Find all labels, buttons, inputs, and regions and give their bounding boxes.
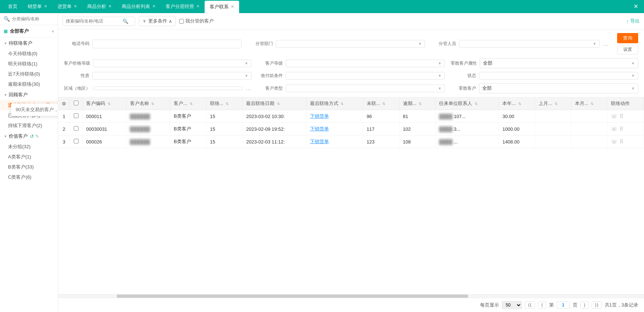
last-method-link[interactable]: 下销货单 — [310, 113, 329, 119]
this-year-sort-icon[interactable]: ⇅ — [518, 102, 521, 106]
row-last-method[interactable]: 下销货单 — [306, 135, 363, 148]
row-checkbox-cell[interactable] — [70, 123, 82, 135]
refresh-icon[interactable]: ↺ — [30, 134, 34, 139]
checkbox-col-header[interactable] — [70, 97, 82, 110]
action-icons: ☏ ⠿ — [611, 113, 640, 119]
row-last-method[interactable]: 下销货单 — [306, 110, 363, 123]
select-all-checkbox[interactable] — [74, 101, 79, 105]
row-last-date: 2023-02-03 11:12: — [242, 135, 306, 148]
status-select[interactable]: ▼ — [479, 72, 638, 80]
tab-analysis-list-close[interactable]: ✕ — [152, 4, 156, 9]
query-btn[interactable]: 查询 — [617, 33, 638, 43]
no-contact-sort-icon[interactable]: ⇅ — [382, 102, 385, 106]
retail-customer-select[interactable]: 全部 ▼ — [479, 83, 638, 93]
price-level-select[interactable]: ▼ — [93, 60, 251, 67]
row-type: B类客户 — [170, 123, 206, 135]
sidebar-item-class-c[interactable]: C类客户(6) — [0, 172, 58, 182]
tab-purchase-close[interactable]: ✕ — [74, 4, 77, 9]
next-page-btn[interactable]: ⟩ — [580, 301, 589, 309]
edit-icon[interactable]: ✎ — [35, 134, 39, 139]
last-method-link[interactable]: 下销货单 — [310, 139, 329, 144]
tab-customer-contact[interactable]: 客户联系 ✕ — [205, 1, 239, 13]
sidebar-item-class-a[interactable]: A类客户(1) — [0, 152, 58, 162]
row-checkbox[interactable] — [74, 126, 79, 131]
row-checkbox-cell[interactable] — [70, 135, 82, 148]
row-last-method[interactable]: 下销货单 — [306, 123, 363, 135]
sidebar-item-today[interactable]: 今天待联络(0) — [0, 49, 58, 59]
tab-customer-contact-close[interactable]: ✕ — [231, 4, 234, 9]
row-checkbox-cell[interactable] — [70, 110, 82, 123]
tab-sales[interactable]: 销货单 ✕ — [23, 0, 52, 13]
my-customer-check[interactable]: 我分管的客户 — [179, 18, 214, 24]
last-page-btn[interactable]: ⟩⟩ — [592, 301, 602, 309]
first-page-btn[interactable]: ⟨⟨ — [525, 301, 535, 309]
window-close-btn[interactable]: ✕ — [631, 3, 641, 10]
more-action-icon[interactable]: ⠿ — [620, 139, 623, 145]
filter-gender: 性质 ▼ — [64, 72, 251, 80]
tab-purchase[interactable]: 进货单 ✕ — [52, 0, 82, 13]
call-icon[interactable]: ☏ — [611, 113, 617, 119]
type-sort-icon[interactable]: ⇅ — [190, 102, 193, 106]
overdue-sort-icon[interactable]: ⇅ — [419, 102, 422, 106]
person-sort-icon[interactable]: ⇅ — [475, 102, 478, 106]
sidebar-item-class-b[interactable]: B类客户(33) — [0, 162, 58, 172]
tab-analysis-close[interactable]: ✕ — [108, 4, 112, 9]
search-input[interactable] — [66, 19, 120, 24]
call-icon[interactable]: ☏ — [611, 126, 617, 132]
more-action-icon[interactable]: ⠿ — [620, 113, 623, 119]
sidebar-item-ungrouped[interactable]: 未分组(32) — [0, 142, 58, 152]
last-month-sort-icon[interactable]: ⇅ — [555, 102, 558, 106]
settings-btn[interactable]: 设置 — [617, 45, 638, 54]
tab-customer-tier-close[interactable]: ✕ — [196, 4, 200, 9]
row-checkbox[interactable] — [74, 113, 79, 118]
tab-analysis[interactable]: 商品分析 ✕ — [82, 0, 117, 13]
more-action-icon[interactable]: ⠿ — [620, 126, 623, 132]
search-icon[interactable]: 🔍 — [122, 19, 128, 24]
method-sort-icon[interactable]: ⇅ — [341, 102, 343, 106]
bottom-scrollbar[interactable] — [58, 294, 644, 298]
code-sort-icon[interactable]: ⇅ — [108, 102, 110, 106]
customer-type-select[interactable]: ▼ — [286, 85, 445, 92]
my-customer-checkbox[interactable] — [179, 19, 184, 24]
payment-select[interactable]: ▼ — [286, 72, 445, 80]
sidebar-root[interactable]: ⊞ 全部客户 « — [0, 25, 58, 38]
prev-page-btn[interactable]: ⟨ — [538, 301, 546, 309]
customer-level-select[interactable]: ▼ — [286, 60, 445, 67]
settings-col-header[interactable]: ⚙ — [58, 97, 70, 110]
call-icon[interactable]: ☏ — [611, 139, 617, 145]
payment-label: 收付款条件 — [257, 73, 283, 79]
person-select[interactable]: ▼ — [459, 40, 600, 48]
region-select[interactable] — [93, 86, 243, 90]
region-more-btn[interactable]: … — [246, 85, 251, 92]
date-sort-icon[interactable]: ⇅ — [277, 102, 280, 106]
this-month-sort-icon[interactable]: ⇅ — [591, 102, 593, 106]
sidebar-item-tomorrow[interactable]: 明天待联络(1) — [0, 59, 58, 69]
page-size-select[interactable]: 50 100 200 — [502, 301, 522, 309]
sidebar-group-pending[interactable]: ▼ 待联络客户 — [0, 38, 58, 49]
sidebar-search-input[interactable] — [12, 16, 58, 21]
sidebar-group-review[interactable]: ▼ 回顾客户 — [0, 89, 58, 100]
export-btn[interactable]: ↑ 导出 — [627, 18, 640, 24]
page-input[interactable] — [557, 301, 570, 309]
tab-analysis-list[interactable]: 商品分析列表 ✕ — [117, 0, 161, 13]
sidebar-item-declining[interactable]: 持续下滑客户(2) — [0, 121, 58, 131]
row-checkbox[interactable] — [74, 139, 79, 143]
export-label: 导出 — [630, 18, 640, 24]
dept-select[interactable]: ▼ — [276, 40, 425, 48]
last-method-link[interactable]: 下销货单 — [310, 126, 329, 131]
more-filter-btn[interactable]: ▼ 更多条件 ∧ — [139, 16, 176, 26]
tab-home[interactable]: 首页 — [3, 0, 23, 13]
person-more-btn[interactable]: … — [603, 41, 608, 47]
sidebar-item-7days[interactable]: 近7天待联络(0) — [0, 69, 58, 79]
sidebar-collapse-btn[interactable]: « — [52, 29, 54, 34]
tab-sales-close[interactable]: ✕ — [44, 4, 47, 9]
sidebar-group-value[interactable]: ▼ 价值客户 ↺ ✎ — [0, 131, 58, 142]
contact-sort-icon[interactable]: ⇅ — [226, 102, 229, 106]
tab-customer-tier[interactable]: 客户分层经营 ✕ — [161, 0, 205, 13]
gender-select[interactable]: ▼ — [92, 72, 251, 80]
sidebar-item-overdue[interactable]: 逾期未联络(30) — [0, 79, 58, 89]
phone-input[interactable] — [92, 40, 242, 48]
table-header-row: ⚙ 客户编码 ⇅ 客户名称 ⇅ 客户... ⇅ 联络... ⇅ 最后联络日期 ⇅… — [58, 97, 644, 110]
name-sort-icon[interactable]: ⇅ — [151, 102, 154, 106]
retail-attr-select[interactable]: 全部 ▼ — [480, 58, 638, 68]
